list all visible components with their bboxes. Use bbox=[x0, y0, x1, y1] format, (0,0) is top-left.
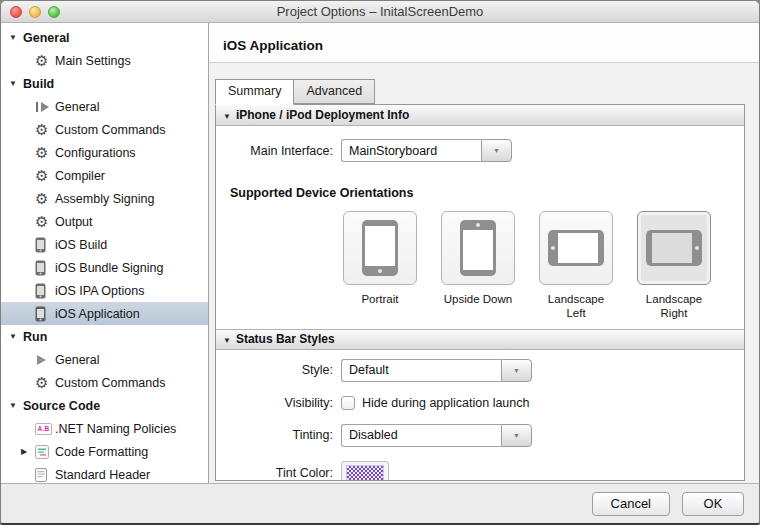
orientation-label: Landscape Right bbox=[637, 292, 711, 321]
document-icon bbox=[35, 468, 55, 482]
tab-summary[interactable]: Summary bbox=[215, 79, 294, 105]
sidebar-item-label: Standard Header bbox=[55, 468, 150, 482]
sidebar-category-source-code[interactable]: Source Code bbox=[1, 394, 208, 417]
sidebar-item-label: Custom Commands bbox=[55, 376, 165, 390]
gear-icon: ⚙ bbox=[35, 146, 55, 160]
sidebar-item-ios-ipa-options[interactable]: iOS IPA Options bbox=[1, 279, 208, 302]
dropdown-arrow-icon[interactable] bbox=[481, 139, 512, 162]
sidebar-item-label: Main Settings bbox=[55, 54, 131, 68]
orientation-landscape-left: Landscape Left bbox=[539, 211, 613, 321]
sidebar-item-label: iOS Application bbox=[55, 307, 140, 321]
tab-advanced[interactable]: Advanced bbox=[293, 79, 375, 104]
tinting-row: Tinting: bbox=[216, 424, 744, 447]
upside-down-button[interactable] bbox=[441, 211, 515, 285]
sidebar-item-output[interactable]: ⚙ Output bbox=[1, 210, 208, 233]
section-title: iPhone / iPod Deployment Info bbox=[236, 108, 409, 122]
iphone-icon bbox=[35, 237, 55, 253]
close-button[interactable] bbox=[10, 6, 22, 18]
dropdown-arrow-icon[interactable] bbox=[501, 424, 532, 447]
style-input[interactable] bbox=[341, 359, 501, 382]
orientation-buttons: Portrait Upside Down bbox=[343, 211, 744, 321]
landscape-left-button[interactable] bbox=[539, 211, 613, 285]
orientation-label: Upside Down bbox=[444, 292, 512, 306]
section-header-deployment[interactable]: iPhone / iPod Deployment Info bbox=[216, 105, 744, 126]
sidebar-category-label: Run bbox=[23, 330, 47, 344]
summary-tab-content: iPhone / iPod Deployment Info Main Inter… bbox=[215, 104, 745, 481]
tinting-label: Tinting: bbox=[216, 428, 341, 442]
orientation-label: Portrait bbox=[361, 292, 398, 306]
chevron-down-icon bbox=[9, 79, 23, 88]
ok-button[interactable]: OK bbox=[682, 492, 744, 516]
sidebar-item-label: Configurations bbox=[55, 146, 136, 160]
sidebar-category-build[interactable]: Build bbox=[1, 72, 208, 95]
sidebar-item-configurations[interactable]: ⚙ Configurations bbox=[1, 141, 208, 164]
sidebar-item-build-general[interactable]: General bbox=[1, 95, 208, 118]
portrait-button[interactable] bbox=[343, 211, 417, 285]
sidebar-item-code-formatting[interactable]: Code Formatting bbox=[1, 440, 208, 463]
tint-color-label: Tint Color: bbox=[216, 466, 341, 480]
gear-icon: ⚙ bbox=[35, 54, 55, 68]
sidebar-item-standard-header[interactable]: Standard Header bbox=[1, 463, 208, 483]
project-options-window: Project Options – InitalScreenDemo Gener… bbox=[0, 0, 760, 525]
sidebar-item-main-settings[interactable]: ⚙ Main Settings bbox=[1, 49, 208, 72]
main-interface-row: Main Interface: bbox=[216, 139, 744, 162]
main-interface-input[interactable] bbox=[341, 139, 481, 162]
sidebar-category-label: Build bbox=[23, 77, 54, 91]
cancel-button[interactable]: Cancel bbox=[592, 492, 670, 516]
minimize-button[interactable] bbox=[29, 6, 41, 18]
style-label: Style: bbox=[216, 363, 341, 377]
sidebar-item-label: iOS Bundle Signing bbox=[55, 261, 163, 275]
sidebar-item-label: General bbox=[55, 100, 99, 114]
sidebar-item-dotnet-naming-policies[interactable]: A.B .NET Naming Policies bbox=[1, 417, 208, 440]
sidebar-item-ios-build[interactable]: iOS Build bbox=[1, 233, 208, 256]
sidebar-item-assembly-signing[interactable]: ⚙ Assembly Signing bbox=[1, 187, 208, 210]
sidebar-item-run-general[interactable]: General bbox=[1, 348, 208, 371]
sidebar-item-label: iOS Build bbox=[55, 238, 107, 252]
code-formatting-doc-icon bbox=[35, 445, 55, 459]
sidebar-item-run-custom-commands[interactable]: ⚙ Custom Commands bbox=[1, 371, 208, 394]
sidebar-category-run[interactable]: Run bbox=[1, 325, 208, 348]
sidebar-item-label: iOS IPA Options bbox=[55, 284, 144, 298]
page-title-strip: iOS Application bbox=[209, 23, 759, 63]
hide-during-launch-label: Hide during application launch bbox=[362, 396, 529, 410]
iphone-icon bbox=[35, 283, 55, 299]
landscape-right-button[interactable] bbox=[637, 211, 711, 285]
main-body: Summary Advanced iPhone / iPod Deploymen… bbox=[209, 63, 759, 483]
gear-icon: ⚙ bbox=[35, 123, 55, 137]
sidebar-item-compiler[interactable]: ⚙ Compiler bbox=[1, 164, 208, 187]
chevron-down-icon bbox=[9, 401, 23, 410]
visibility-label: Visibility: bbox=[216, 396, 341, 410]
tinting-combobox bbox=[341, 424, 532, 447]
titlebar: Project Options – InitalScreenDemo bbox=[1, 1, 759, 23]
main-panel: iOS Application Summary Advanced iPhone … bbox=[209, 23, 759, 483]
orientations-title: Supported Device Orientations bbox=[230, 186, 744, 200]
phone-upside-down-icon bbox=[460, 220, 496, 276]
gear-icon: ⚙ bbox=[35, 192, 55, 206]
section-header-status-bar[interactable]: Status Bar Styles bbox=[216, 329, 744, 350]
orientation-label: Landscape Left bbox=[539, 292, 613, 321]
iphone-icon bbox=[35, 260, 55, 276]
tint-color-pattern bbox=[346, 465, 384, 481]
section-title: Status Bar Styles bbox=[236, 332, 335, 346]
gear-icon: ⚙ bbox=[35, 215, 55, 229]
build-icon bbox=[35, 101, 55, 113]
dropdown-arrow-icon[interactable] bbox=[501, 359, 532, 382]
tab-bar: Summary Advanced bbox=[215, 79, 745, 104]
style-combobox bbox=[341, 359, 532, 382]
sidebar-item-ios-bundle-signing[interactable]: iOS Bundle Signing bbox=[1, 256, 208, 279]
chevron-right-icon[interactable] bbox=[21, 447, 35, 456]
sidebar-category-general[interactable]: General bbox=[1, 26, 208, 49]
sidebar-item-ios-application[interactable]: iOS Application bbox=[1, 302, 208, 325]
iphone-icon bbox=[35, 306, 55, 322]
sidebar-item-custom-commands[interactable]: ⚙ Custom Commands bbox=[1, 118, 208, 141]
dotnet-naming-icon: A.B bbox=[35, 423, 55, 435]
tint-color-swatch[interactable] bbox=[341, 461, 389, 481]
hide-during-launch-checkbox[interactable] bbox=[341, 396, 355, 410]
zoom-button[interactable] bbox=[48, 6, 60, 18]
sidebar-item-label: Output bbox=[55, 215, 93, 229]
tinting-input[interactable] bbox=[341, 424, 501, 447]
main-interface-combobox bbox=[341, 139, 512, 162]
sidebar-item-label: Compiler bbox=[55, 169, 105, 183]
dialog-footer: Cancel OK bbox=[1, 483, 759, 523]
orientation-upside-down: Upside Down bbox=[441, 211, 515, 321]
